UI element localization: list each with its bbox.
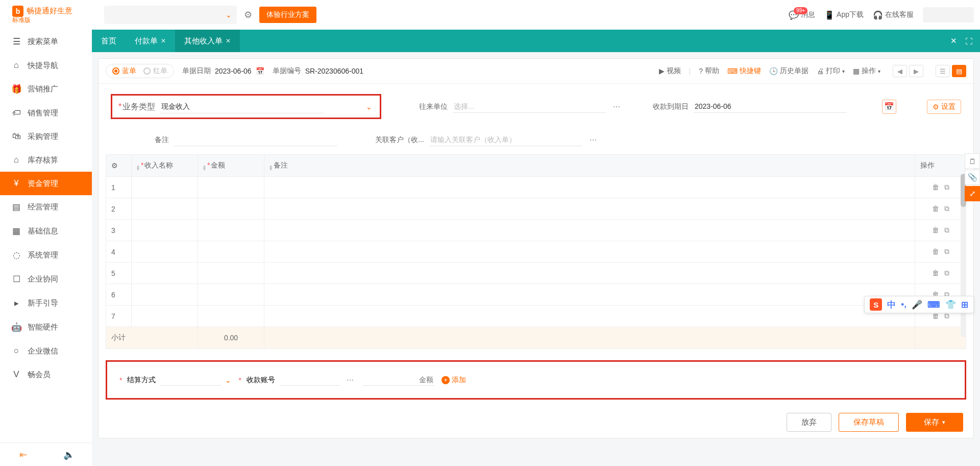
table-row[interactable]: 2🗑⧉ bbox=[106, 198, 966, 220]
amount-cell[interactable] bbox=[198, 284, 264, 306]
close-icon[interactable]: ✕ bbox=[161, 37, 166, 44]
remark-cell[interactable] bbox=[264, 241, 915, 263]
sidebar-item[interactable]: ○企业微信 bbox=[0, 339, 92, 363]
add-settlement-button[interactable]: + 添加 bbox=[442, 376, 466, 385]
operate-link[interactable]: ▦操作▾ bbox=[853, 66, 880, 76]
print-link[interactable]: 🖨打印▾ bbox=[817, 66, 845, 76]
tab[interactable]: 其他收入单✕ bbox=[175, 30, 240, 52]
sidebar-item[interactable]: 🎁营销推广 bbox=[0, 77, 92, 101]
amount-header[interactable]: ▴▾*金额 bbox=[198, 155, 264, 177]
income-name-cell[interactable] bbox=[132, 284, 198, 306]
ime-skin-button[interactable]: 👕 bbox=[945, 299, 956, 310]
remark-cell[interactable] bbox=[264, 220, 915, 241]
table-row[interactable]: 1🗑⧉ bbox=[106, 177, 966, 198]
income-name-cell[interactable] bbox=[132, 306, 198, 327]
due-date-picker-button[interactable]: 📅 bbox=[882, 100, 896, 114]
prev-doc-button[interactable]: ◀ bbox=[893, 65, 907, 77]
partner-more-button[interactable]: ⋯ bbox=[611, 103, 622, 111]
settlement-method-input[interactable] bbox=[160, 374, 221, 386]
doc-date-field[interactable]: 单据日期 2023-06-06 📅 bbox=[182, 66, 264, 76]
save-button[interactable]: 保存▾ bbox=[906, 413, 963, 432]
ime-toolbox-button[interactable]: ⊞ bbox=[961, 299, 968, 310]
income-name-cell[interactable] bbox=[132, 198, 198, 220]
sidebar-item[interactable]: ⌂库存核算 bbox=[0, 148, 92, 172]
sidebar-collapse-button[interactable]: ⇤ bbox=[0, 443, 46, 466]
tab[interactable]: 付款单✕ bbox=[126, 30, 175, 52]
copy-row-icon[interactable]: ⧉ bbox=[944, 247, 949, 256]
sidebar-item[interactable]: ▤经营管理 bbox=[0, 195, 92, 219]
sidebar-item[interactable]: V畅会员 bbox=[0, 363, 92, 386]
ime-lang-button[interactable]: 中 bbox=[887, 299, 896, 311]
account-more-button[interactable]: ⋯ bbox=[345, 376, 356, 384]
sidebar-item[interactable]: 🏷销售管理 bbox=[0, 101, 92, 125]
save-draft-button[interactable]: 保存草稿 bbox=[839, 413, 899, 432]
close-icon[interactable]: ✕ bbox=[226, 37, 231, 44]
discard-button[interactable]: 放弃 bbox=[787, 413, 831, 432]
table-config-header[interactable]: ⚙ bbox=[106, 155, 132, 177]
ime-voice-button[interactable]: 🎤 bbox=[912, 299, 922, 310]
remark-cell[interactable] bbox=[264, 263, 915, 284]
receive-account-input[interactable] bbox=[279, 374, 340, 386]
income-name-cell[interactable] bbox=[132, 220, 198, 241]
rail-attach-button[interactable]: 📎 bbox=[965, 170, 980, 185]
history-link[interactable]: 🕓历史单据 bbox=[769, 66, 808, 76]
company-selector[interactable]: ⌄ bbox=[104, 6, 237, 24]
business-type-input[interactable] bbox=[160, 101, 324, 113]
online-service-button[interactable]: 🎧 在线客服 bbox=[873, 10, 914, 20]
messages-button[interactable]: 💬 消息 99+ bbox=[789, 10, 815, 20]
amount-cell[interactable] bbox=[198, 241, 264, 263]
copy-row-icon[interactable]: ⧉ bbox=[944, 269, 949, 277]
blue-doc-radio[interactable]: 蓝单 bbox=[112, 66, 136, 76]
amount-cell[interactable] bbox=[198, 177, 264, 198]
form-settings-button[interactable]: ⚙设置 bbox=[927, 100, 961, 114]
remark-header[interactable]: ▴▾备注 bbox=[264, 155, 915, 177]
shortcut-link[interactable]: ⌨快捷键 bbox=[727, 66, 761, 76]
due-date-input[interactable] bbox=[694, 100, 847, 113]
red-doc-radio[interactable]: 红单 bbox=[143, 66, 167, 76]
partner-input[interactable] bbox=[453, 100, 606, 113]
next-doc-button[interactable]: ▶ bbox=[909, 65, 923, 77]
tab[interactable]: 首页 bbox=[92, 30, 126, 52]
tab-fullscreen-button[interactable]: ⛶ bbox=[963, 35, 975, 48]
ime-keyboard-button[interactable]: ⌨ bbox=[927, 299, 940, 310]
sidebar-item[interactable]: ☐企业协同 bbox=[0, 267, 92, 291]
detail-view-button[interactable]: ▤ bbox=[952, 65, 966, 77]
help-link[interactable]: ?帮助 bbox=[699, 66, 719, 76]
tab-close-all-button[interactable]: ✕ bbox=[948, 34, 959, 48]
sidebar-item[interactable]: ☰搜索菜单 bbox=[0, 30, 92, 54]
table-row[interactable]: 5🗑⧉ bbox=[106, 263, 966, 284]
delete-row-icon[interactable]: 🗑 bbox=[932, 183, 939, 192]
copy-row-icon[interactable]: ⧉ bbox=[944, 204, 949, 213]
sidebar-sound-button[interactable]: 🔈 bbox=[46, 443, 92, 466]
video-link[interactable]: ▶视频 bbox=[659, 66, 681, 76]
amount-cell[interactable] bbox=[198, 263, 264, 284]
chevron-down-icon[interactable]: ⌄ bbox=[366, 103, 372, 111]
relate-more-button[interactable]: ⋯ bbox=[587, 136, 599, 144]
copy-row-icon[interactable]: ⧉ bbox=[944, 226, 949, 235]
delete-row-icon[interactable]: 🗑 bbox=[932, 247, 939, 256]
income-name-cell[interactable] bbox=[132, 263, 198, 284]
rail-expand-button[interactable]: ⤢ bbox=[965, 186, 980, 201]
relate-customer-input[interactable] bbox=[429, 133, 582, 146]
income-name-cell[interactable] bbox=[132, 241, 198, 263]
amount-cell[interactable] bbox=[198, 198, 264, 220]
settlement-amount-input[interactable] bbox=[363, 374, 434, 386]
copy-row-icon[interactable]: ⧉ bbox=[944, 183, 949, 192]
remark-cell[interactable] bbox=[264, 306, 915, 327]
sidebar-item[interactable]: ▦基础信息 bbox=[0, 219, 92, 243]
remark-input[interactable] bbox=[174, 133, 337, 146]
delete-row-icon[interactable]: 🗑 bbox=[932, 226, 939, 235]
ime-punct-button[interactable]: •, bbox=[901, 299, 906, 310]
rail-note-button[interactable]: 🗒 bbox=[965, 153, 980, 169]
table-row[interactable]: 3🗑⧉ bbox=[106, 220, 966, 241]
app-download-button[interactable]: 📱 App下载 bbox=[824, 10, 864, 20]
trial-industry-button[interactable]: 体验行业方案 bbox=[259, 7, 316, 23]
settings-icon[interactable]: ⚙ bbox=[244, 9, 252, 20]
list-view-button[interactable]: ☰ bbox=[936, 65, 950, 77]
table-row[interactable]: 7🗑⧉ bbox=[106, 306, 966, 327]
sidebar-item[interactable]: ◌系统管理 bbox=[0, 243, 92, 267]
sidebar-item[interactable]: 🤖智能硬件 bbox=[0, 315, 92, 339]
table-row[interactable]: 4🗑⧉ bbox=[106, 241, 966, 263]
remark-cell[interactable] bbox=[264, 177, 915, 198]
user-avatar[interactable] bbox=[923, 7, 974, 22]
